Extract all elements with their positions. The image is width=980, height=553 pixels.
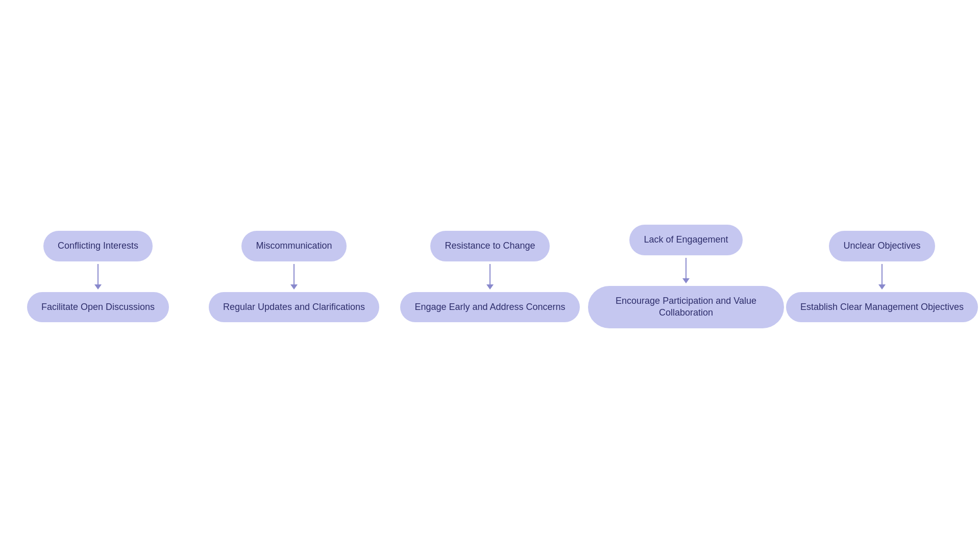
bottom-node-2: Regular Updates and Clarifications (209, 292, 379, 322)
arrow-3 (486, 261, 494, 292)
arrow-head (486, 284, 494, 290)
column-2: MiscommunicationRegular Updates and Clar… (196, 231, 392, 322)
arrow-line (685, 258, 687, 278)
bottom-node-3: Engage Early and Address Concerns (400, 292, 579, 322)
arrow-head (290, 284, 298, 290)
arrow-1 (94, 261, 102, 292)
top-node-2: Miscommunication (241, 231, 346, 261)
arrow-4 (682, 255, 690, 286)
arrow-2 (290, 261, 298, 292)
arrow-5 (878, 261, 886, 292)
top-node-5: Unclear Objectives (829, 231, 935, 261)
top-node-4: Lack of Engagement (629, 225, 742, 255)
column-1: Conflicting InterestsFacilitate Open Dis… (0, 231, 196, 322)
bottom-node-5: Establish Clear Management Objectives (786, 292, 978, 322)
arrow-line (489, 264, 491, 284)
column-5: Unclear ObjectivesEstablish Clear Manage… (784, 231, 980, 322)
arrow-head (878, 284, 886, 290)
diagram-container: Conflicting InterestsFacilitate Open Dis… (0, 0, 980, 553)
arrow-head (682, 278, 690, 283)
top-node-1: Conflicting Interests (43, 231, 153, 261)
column-3: Resistance to ChangeEngage Early and Add… (392, 231, 588, 322)
bottom-node-1: Facilitate Open Discussions (27, 292, 169, 322)
arrow-line (293, 264, 295, 284)
arrow-head (94, 284, 102, 290)
top-node-3: Resistance to Change (430, 231, 549, 261)
column-4: Lack of EngagementEncourage Participatio… (588, 225, 784, 328)
arrow-line (97, 264, 99, 284)
bottom-node-4: Encourage Participation and Value Collab… (588, 286, 784, 328)
arrow-line (881, 264, 883, 284)
